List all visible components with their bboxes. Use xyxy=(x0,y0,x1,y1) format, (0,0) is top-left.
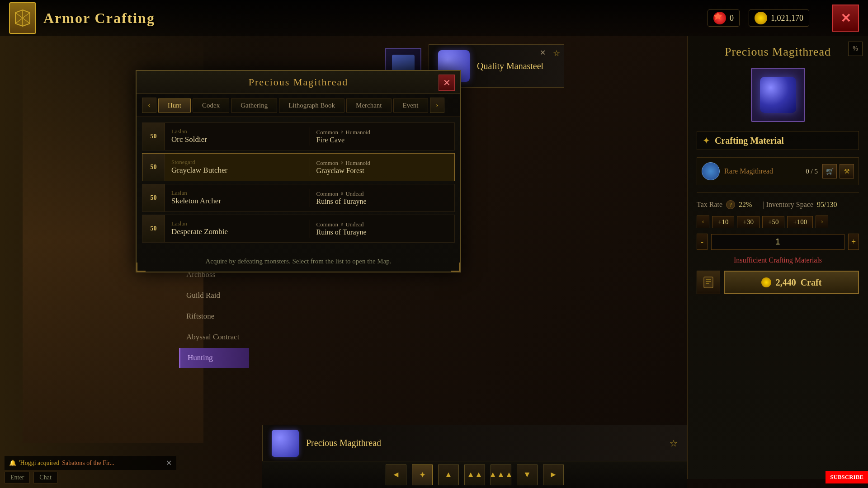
hunt-level-3: 50 xyxy=(142,215,165,242)
tax-help-button[interactable]: ? xyxy=(726,200,735,209)
hunt-enemy-3: Laslan Desperate Zombie xyxy=(165,216,310,241)
nav-prev-button[interactable]: ‹ xyxy=(142,98,156,113)
sidebar-item-hunting[interactable]: Hunting xyxy=(179,348,249,368)
svg-rect-5 xyxy=(704,277,713,288)
hunt-location-3: Laslan xyxy=(171,220,303,227)
material-count: 0 / 5 xyxy=(806,168,818,175)
quantity-input[interactable] xyxy=(711,234,844,250)
hunt-row-2[interactable]: 50 Laslan Skeleton Archer Common ♀ Undea… xyxy=(142,184,455,212)
tab-codex[interactable]: Codex xyxy=(193,99,229,113)
material-tool-find[interactable]: ⚒ xyxy=(840,164,854,178)
qty-plus50-button[interactable]: +50 xyxy=(762,216,784,228)
gold-count: 1,021,170 xyxy=(771,14,803,23)
qty-plus100-button[interactable]: +100 xyxy=(787,216,813,228)
modal-footer-text: Acquire by defeating monsters. Select fr… xyxy=(205,258,391,265)
chat-area: 🔔 'Hoggi acquired Sabatons of the Fir...… xyxy=(0,451,181,488)
svg-marker-4 xyxy=(714,13,722,20)
tab-gathering[interactable]: Gathering xyxy=(231,99,277,113)
tab-lithograph-book[interactable]: Lithograph Book xyxy=(279,99,344,113)
qty-decrement-button[interactable]: - xyxy=(697,234,708,250)
percent-badge-button[interactable]: % xyxy=(848,42,863,56)
chat-type-label[interactable]: Chat xyxy=(33,472,57,483)
modal-footer: Acquire by defeating monsters. Select fr… xyxy=(137,251,460,272)
main-close-button[interactable]: ✕ xyxy=(832,5,859,32)
craft-button[interactable]: 2,440 Craft xyxy=(724,271,859,294)
currency-area: 0 1,021,170 ✕ xyxy=(708,5,859,32)
sidebar-item-abyssal-contract[interactable]: Abyssal Contract xyxy=(179,327,249,347)
recipe-book-button[interactable] xyxy=(697,271,720,294)
hunt-zone-2: Ruins of Turayne xyxy=(316,197,448,206)
tax-value: 22% xyxy=(739,201,752,209)
crafting-material-label: Crafting Material xyxy=(715,136,784,146)
nav-btn-next[interactable]: ► xyxy=(543,465,564,485)
modal-close-button[interactable]: ✕ xyxy=(439,75,455,91)
nav-btn-2[interactable]: ▲▲ xyxy=(464,465,485,485)
hunt-level-1: 50 xyxy=(142,154,165,181)
tickets-currency: 0 xyxy=(708,9,740,27)
sidebar-item-riftstone[interactable]: Riftstone xyxy=(179,306,249,326)
nav-btn-1[interactable]: ▲ xyxy=(438,465,459,485)
hunt-enemy-1: Stonegard Grayclaw Butcher xyxy=(165,155,310,179)
ticket-count: 0 xyxy=(730,14,734,23)
quantity-input-row: - + xyxy=(697,234,859,250)
material-tool-buy[interactable]: 🛒 xyxy=(822,164,837,178)
chat-dismiss-button[interactable]: ✕ xyxy=(166,459,172,467)
subscribe-button[interactable]: SUBSCRIBE xyxy=(826,471,868,483)
sidebar-item-guild-raid[interactable]: Guild Raid xyxy=(179,286,249,305)
hunt-row-1[interactable]: 50 Stonegard Grayclaw Butcher Common ♀ H… xyxy=(142,153,455,181)
qty-arrow-left[interactable]: ‹ xyxy=(697,216,709,228)
chat-notification-icon: 🔔 xyxy=(9,460,16,467)
star-favorite-button[interactable]: ☆ xyxy=(553,48,560,58)
hunt-level-2: 50 xyxy=(142,184,165,211)
chat-enter-label: Enter xyxy=(5,472,30,483)
material-tools: 🛒 ⚒ xyxy=(822,164,854,178)
hunt-info-1: Common ♀ Humanoid Grayclaw Forest xyxy=(310,156,455,178)
material-icon xyxy=(702,162,720,180)
qty-increment-button[interactable]: + xyxy=(848,234,859,250)
hunt-enemy-0: Laslan Orc Soldier xyxy=(165,124,310,149)
expand-icon[interactable]: ✕ xyxy=(540,48,546,57)
hunt-type-3: Common ♀ Undead xyxy=(316,221,448,228)
gold-currency: 1,021,170 xyxy=(749,9,809,27)
tab-hunt[interactable]: Hunt xyxy=(158,99,191,113)
right-panel: Precious Magithread % ✦ Crafting Materia… xyxy=(687,36,868,479)
hunt-location-2: Laslan xyxy=(171,189,303,197)
hunt-type-0: Common ♀ Humanoid xyxy=(316,129,448,136)
hunt-location-1: Stonegard xyxy=(171,159,303,166)
divider xyxy=(697,192,859,193)
modal-body: 50 Laslan Orc Soldier Common ♀ Humanoid … xyxy=(137,117,460,251)
fleur-icon: ✦ xyxy=(703,135,710,146)
qty-arrow-right[interactable]: › xyxy=(816,216,828,228)
qty-plus10-button[interactable]: +10 xyxy=(712,216,734,228)
hunt-zone-0: Fire Cave xyxy=(316,136,448,144)
inventory-label: | Inventory Space xyxy=(763,201,813,209)
nav-next-button[interactable]: › xyxy=(430,98,444,113)
quantity-buttons: ‹ +10 +30 +50 +100 › xyxy=(697,216,859,228)
top-item-name: Quality Manasteel xyxy=(477,61,543,71)
nav-btn-center[interactable]: ✦ xyxy=(412,465,433,485)
hunt-name-3: Desperate Zombie xyxy=(171,227,303,236)
modal-navigation: ‹ Hunt Codex Gathering Lithograph Book M… xyxy=(137,94,460,117)
hunt-row-3[interactable]: 50 Laslan Desperate Zombie Common ♀ Unde… xyxy=(142,215,455,243)
error-message: Insufficient Crafting Materials xyxy=(697,256,859,264)
nav-btn-3[interactable]: ▲▲▲ xyxy=(491,465,511,485)
hunt-name-0: Orc Soldier xyxy=(171,135,303,144)
hunt-info-2: Common ♀ Undead Ruins of Turayne xyxy=(310,187,455,209)
nav-btn-down[interactable]: ▼ xyxy=(517,465,538,485)
qty-plus30-button[interactable]: +30 xyxy=(737,216,759,228)
hunt-row-0[interactable]: 50 Laslan Orc Soldier Common ♀ Humanoid … xyxy=(142,122,455,150)
crafting-material-header: ✦ Crafting Material xyxy=(697,131,859,150)
modal-dialog: Precious Magithread ✕ ‹ Hunt Codex Gathe… xyxy=(136,70,461,272)
top-bar: Armor Crafting 0 1,021,170 ✕ xyxy=(0,0,868,36)
hunt-enemy-2: Laslan Skeleton Archer xyxy=(165,186,310,210)
chat-input-row: Enter Chat xyxy=(5,472,176,483)
hunt-name-1: Grayclaw Butcher xyxy=(171,166,303,175)
bottom-item-star-button[interactable]: ☆ xyxy=(670,438,678,449)
right-panel-title: Precious Magithread xyxy=(697,45,859,59)
banner-icon xyxy=(9,2,36,34)
tab-event[interactable]: Event xyxy=(393,99,428,113)
tab-merchant[interactable]: Merchant xyxy=(346,99,391,113)
hunt-zone-3: Ruins of Turayne xyxy=(316,228,448,236)
nav-btn-prev[interactable]: ◄ xyxy=(386,465,406,485)
hunt-level-0: 50 xyxy=(142,123,165,150)
